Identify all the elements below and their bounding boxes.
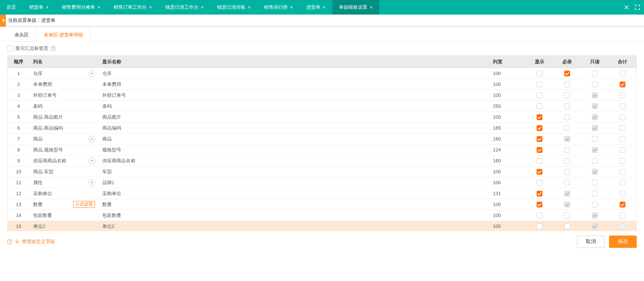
checkbox-readonly[interactable] [592,180,598,186]
close-icon[interactable]: ✕ [323,5,326,10]
table-row[interactable]: 1仓库+仓库100 [8,68,636,79]
checkbox-required[interactable] [564,71,570,76]
top-tab-2[interactable]: 销售费用分摊单✕ [55,0,107,15]
close-icon[interactable]: ✕ [248,5,251,10]
table-row[interactable]: 13数量公式设置数量100 [8,199,636,210]
checkbox-readonly[interactable] [592,191,598,197]
checkbox-show[interactable] [537,125,542,131]
checkbox-required[interactable] [564,82,570,87]
checkbox-required[interactable] [564,125,570,131]
table-row[interactable]: 12采购单位采购单位131 [8,188,636,199]
top-tab-4[interactable]: 钱货日清工作台✕ [159,0,210,15]
add-icon[interactable]: + [88,70,95,77]
checkbox-total[interactable] [620,114,625,120]
checkbox-show[interactable] [537,202,542,207]
cell-display-name[interactable]: 供应商商品名称 [99,155,489,166]
checkbox-show[interactable] [537,223,542,229]
top-tab-3[interactable]: 销售订单工作台✕ [107,0,159,15]
checkbox-total[interactable] [620,103,625,109]
checkbox-readonly[interactable] [592,136,598,142]
checkbox-required[interactable] [564,169,570,175]
cell-display-name[interactable]: 商品 [99,134,489,144]
cell-width[interactable]: 131 [489,188,526,199]
show-summary-checkbox[interactable] [7,45,13,51]
cell-width[interactable]: 250 [489,101,526,111]
checkbox-required[interactable] [564,147,570,153]
cell-display-name[interactable]: 车型 [99,166,489,177]
checkbox-total[interactable] [620,169,625,175]
checkbox-required[interactable] [564,103,570,109]
fullscreen-icon[interactable] [635,4,640,10]
table-row[interactable]: 14包装数量包装数量100 [8,210,636,221]
close-icon[interactable]: ✕ [290,5,293,10]
top-tab-5[interactable]: 钱货日清对账✕ [210,0,257,15]
top-tab-1[interactable]: 销货单✕ [23,0,55,15]
cell-width[interactable]: 100 [489,177,526,188]
checkbox-show[interactable] [537,191,542,197]
checkbox-total[interactable] [620,191,625,197]
checkbox-show[interactable] [537,103,542,109]
checkbox-required[interactable] [564,180,570,186]
cell-display-name[interactable]: 商品编码 [99,123,489,133]
checkbox-total[interactable] [620,82,625,87]
close-icon[interactable]: ✕ [46,5,49,10]
sub-tab-0[interactable]: 表头区 [7,28,36,41]
table-row[interactable]: 7商品+商品160 [8,134,636,145]
checkbox-show[interactable] [537,180,542,186]
checkbox-total[interactable] [620,158,625,164]
checkbox-required[interactable] [564,223,570,229]
cell-display-name[interactable]: 本单费用 [99,79,489,90]
add-icon[interactable]: + [88,158,95,164]
checkbox-required[interactable] [564,92,570,98]
cell-width[interactable]: 100 [489,90,526,100]
table-row[interactable]: 5商品.商品图片商品图片100 [8,112,636,123]
close-icon[interactable]: ✕ [97,5,100,10]
checkbox-show[interactable] [537,92,542,98]
checkbox-total[interactable] [620,213,625,218]
checkbox-show[interactable] [537,71,542,76]
close-all-icon[interactable] [624,4,629,10]
table-row[interactable]: 3外部订单号外部订单号100 [8,90,636,101]
checkbox-show[interactable] [537,114,542,120]
help-icon[interactable]: ? [51,46,56,51]
cell-display-name[interactable]: 品牌1 [99,177,489,188]
cell-width[interactable]: 160 [489,155,526,166]
cell-width[interactable]: 100 [489,210,526,221]
cell-width[interactable]: 100 [489,166,526,177]
checkbox-readonly[interactable] [592,158,598,164]
checkbox-total[interactable] [620,147,625,153]
checkbox-show[interactable] [537,82,542,87]
checkbox-required[interactable] [564,213,570,218]
checkbox-total[interactable] [620,125,625,131]
cell-width[interactable]: 100 [489,68,526,79]
table-row[interactable]: 6商品.商品编码商品编码165 [8,123,636,134]
manage-custom-fields-link[interactable]: 管理自定义字段 [22,238,55,245]
add-icon[interactable]: + [88,136,95,142]
top-tab-0[interactable]: 首页 [0,0,23,15]
context-chevron-icon[interactable] [0,14,6,27]
close-icon[interactable]: ✕ [149,5,152,10]
table-row[interactable]: 4条码条码250 [8,101,636,112]
checkbox-show[interactable] [537,213,542,218]
cell-display-name[interactable]: 包装数量 [99,210,489,221]
checkbox-show[interactable] [537,147,542,153]
add-icon[interactable]: + [88,179,95,186]
checkbox-show[interactable] [537,158,542,164]
checkbox-total[interactable] [620,92,625,98]
checkbox-show[interactable] [537,136,542,142]
top-tab-6[interactable]: 销售排行榜✕ [257,0,300,15]
checkbox-readonly[interactable] [592,202,598,207]
cell-display-name[interactable]: 条码 [99,101,489,111]
checkbox-required[interactable] [564,158,570,164]
checkbox-total[interactable] [620,202,625,207]
cancel-button[interactable]: 取消 [577,236,605,248]
checkbox-required[interactable] [564,114,570,120]
cell-width[interactable]: 100 [489,79,526,90]
cell-display-name[interactable]: 单位2 [99,221,489,231]
checkbox-readonly[interactable] [592,82,598,87]
cell-display-name[interactable]: 仓库 [99,68,489,79]
cell-display-name[interactable]: 外部订单号 [99,90,489,100]
checkbox-total[interactable] [620,180,625,186]
sub-tab-1[interactable]: 表体区-进货单明细 [36,28,91,41]
checkbox-total[interactable] [620,71,625,76]
